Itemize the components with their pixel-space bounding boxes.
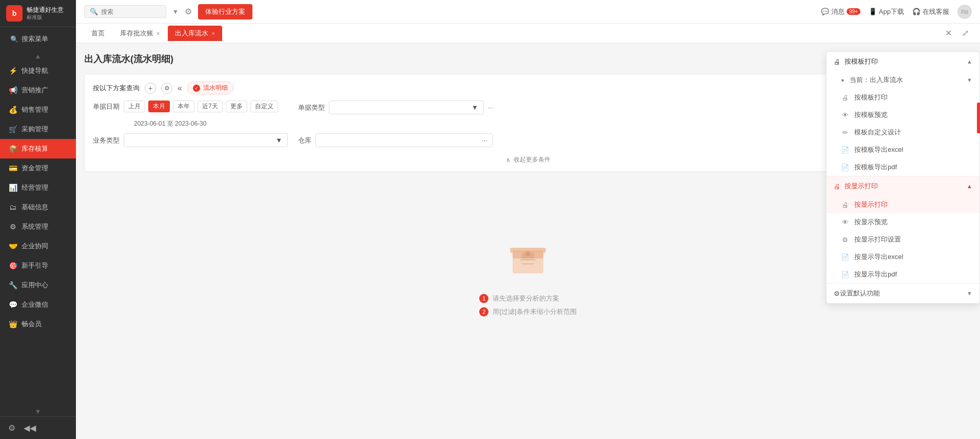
settings-icon[interactable]: ⚙ (8, 423, 15, 433)
phone-icon: 📱 (869, 8, 877, 15)
sidebar-item-operation[interactable]: 📊 经营管理 (0, 178, 76, 197)
template-print-section: 🖨 按模板打印 ▲ ● 当前：出入库流水 ▼ 🖨 按模板打印 👁 按模板预览 ✏… (827, 52, 979, 176)
sales-label: 销售管理 (22, 105, 48, 114)
tab-flow[interactable]: 出入库流水 × (168, 26, 222, 41)
empty-state-icon (502, 232, 554, 284)
date-this-month-button[interactable]: 本月 (148, 101, 170, 112)
guide-label: 新手引导 (22, 261, 48, 270)
sidebar-item-marketing[interactable]: 📢 营销推广 (0, 81, 76, 100)
set-default-footer[interactable]: ⚙ 设置默认功能 ▼ (827, 284, 979, 303)
template-export-pdf-item[interactable]: 📄 按模板导出pdf (827, 158, 979, 176)
settings-gear-icon[interactable]: ⚙ (185, 7, 192, 16)
collapse-up-icon: ∧ (506, 156, 511, 164)
date-last-7-days-button[interactable]: 近7天 (198, 101, 223, 112)
purchase-label: 采购管理 (22, 125, 48, 134)
business-type-dropdown-icon: ▼ (276, 136, 282, 144)
tab-flow-close-icon[interactable]: × (211, 30, 214, 36)
apps-label: 应用中心 (22, 281, 48, 290)
display-print-settings-label: 按显示打印设置 (854, 235, 901, 244)
headset-icon: 🎧 (912, 8, 920, 15)
voucher-type-dropdown-icon: ▼ (472, 104, 478, 111)
scroll-down-arrow[interactable]: ▼ (0, 406, 76, 416)
sidebar-item-cooperation[interactable]: 🤝 企业协同 (0, 236, 76, 256)
display-export-excel-label: 按显示导出excel (854, 252, 903, 262)
message-icon: 💬 (821, 8, 829, 15)
display-print-section: 🖨 按显示打印 ▲ 🖨 按显示打印 👁 按显示预览 ⚙ 按显示打印设置 📄 按显… (827, 176, 979, 284)
step-2-num: 2 (479, 307, 488, 316)
display-print-section-header[interactable]: 🖨 按显示打印 ▲ (827, 176, 979, 196)
app-download-item[interactable]: 📱 App下载 (869, 7, 904, 16)
display-export-pdf-icon: 📄 (841, 270, 849, 278)
sidebar-item-guide[interactable]: 🎯 新手引导 (0, 256, 76, 275)
collapse-icon[interactable]: ◀◀ (24, 423, 36, 433)
display-export-pdf-item[interactable]: 📄 按显示导出pdf (827, 266, 979, 283)
maximize-button[interactable]: ⤢ (959, 27, 972, 39)
finance-icon: 💳 (8, 164, 17, 173)
user-name: Rit (961, 9, 968, 15)
sales-icon: 💰 (8, 105, 17, 114)
business-type-label: 业务类型 (93, 136, 120, 145)
system-label: 系统管理 (22, 222, 48, 231)
online-service-item[interactable]: 🎧 在线客服 (912, 7, 949, 16)
voucher-type-select[interactable]: ▼ (329, 101, 484, 114)
sidebar-item-apps[interactable]: 🔧 应用中心 (0, 275, 76, 295)
sidebar-item-vip[interactable]: 👑 畅会员 (0, 314, 76, 334)
search-input[interactable] (101, 8, 152, 15)
filter-collapse-button[interactable]: « (178, 84, 182, 93)
message-item[interactable]: 💬 消息 99+ (821, 7, 860, 16)
voucher-type-more-button[interactable]: ··· (488, 104, 493, 111)
close-all-tabs-button[interactable]: ✕ (942, 27, 955, 39)
template-export-pdf-label: 按模板导出pdf (854, 163, 897, 172)
display-preview-item[interactable]: 👁 按显示预览 (827, 213, 979, 231)
display-print-item[interactable]: 🖨 按显示打印 (827, 196, 979, 213)
filter-settings-button[interactable]: ⚙ (161, 83, 172, 94)
search-menu-item[interactable]: 🔍 搜索菜单 (6, 31, 70, 47)
warehouse-select[interactable]: ··· (316, 133, 493, 147)
marketing-label: 营销推广 (22, 86, 48, 95)
filter-add-button[interactable]: + (145, 83, 156, 94)
template-print-dropdown: 🖨 按模板打印 ▲ ● 当前：出入库流水 ▼ 🖨 按模板打印 👁 按模板预览 ✏… (826, 51, 980, 304)
display-print-settings-item[interactable]: ⚙ 按显示打印设置 (827, 231, 979, 248)
display-print-item-icon: 🖨 (841, 201, 849, 209)
template-preview-item[interactable]: 👁 按模板预览 (827, 106, 979, 124)
sidebar-item-purchase[interactable]: 🛒 采购管理 (0, 119, 76, 139)
template-export-excel-item[interactable]: 📄 按模板导出excel (827, 141, 979, 158)
sidebar-item-system[interactable]: ⚙ 系统管理 (0, 217, 76, 236)
warehouse-label: 仓库 (298, 136, 311, 145)
tab-home[interactable]: 首页 (84, 26, 112, 41)
date-custom-button[interactable]: 自定义 (250, 101, 278, 112)
template-print-section-header[interactable]: 🖨 按模板打印 ▲ (827, 52, 979, 71)
sidebar-item-finance[interactable]: 💳 资金管理 (0, 158, 76, 178)
filter-title: 按以下方案查询 (93, 84, 140, 93)
quick-nav-label: 快捷导航 (22, 66, 48, 75)
tab-batch[interactable]: 库存批次账 × (113, 26, 167, 41)
template-customize-item[interactable]: ✏ 模板自定义设计 (827, 124, 979, 141)
display-section-chevron-up: ▲ (967, 183, 972, 189)
display-export-excel-item[interactable]: 📄 按显示导出excel (827, 248, 979, 266)
sidebar-item-sales[interactable]: 💰 销售管理 (0, 100, 76, 119)
purchase-icon: 🛒 (8, 125, 17, 134)
template-preview-label: 按模板预览 (854, 110, 888, 119)
dropdown-arrow-icon[interactable]: ▼ (172, 8, 179, 15)
template-export-excel-label: 按模板导出excel (854, 145, 903, 154)
marketing-icon: 📢 (8, 86, 17, 95)
date-this-year-button[interactable]: 本年 (173, 101, 194, 112)
scroll-up-arrow[interactable]: ▲ (0, 51, 76, 61)
sidebar-item-base[interactable]: 🗂 基础信息 (0, 197, 76, 217)
date-last-month-button[interactable]: 上月 (124, 101, 145, 112)
tab-batch-close-icon[interactable]: × (156, 30, 160, 36)
template-export-pdf-icon: 📄 (841, 163, 849, 171)
template-customize-label: 模板自定义设计 (854, 128, 901, 137)
user-avatar-item[interactable]: Rit (957, 5, 972, 19)
sidebar-item-inventory[interactable]: 📦 库存核算 (0, 139, 76, 158)
business-type-select[interactable]: ▼ (124, 133, 288, 147)
topbar-search[interactable]: 🔍 (84, 5, 166, 18)
industry-solution-button[interactable]: 体验行业方案 (198, 4, 252, 19)
template-print-item[interactable]: 🖨 按模板打印 (827, 89, 979, 106)
sidebar-item-wechat[interactable]: 💬 企业微信 (0, 295, 76, 314)
warehouse-field: 仓库 ··· (298, 133, 493, 147)
empty-steps: 1 请先选择要分析的方案 2 用[过滤]条件来缩小分析范围 (479, 294, 576, 316)
sidebar-item-quick-nav[interactable]: ⚡ 快捷导航 (0, 61, 76, 81)
current-template-item[interactable]: ● 当前：出入库流水 ▼ (827, 71, 979, 89)
date-more-button[interactable]: 更多 (226, 101, 247, 112)
